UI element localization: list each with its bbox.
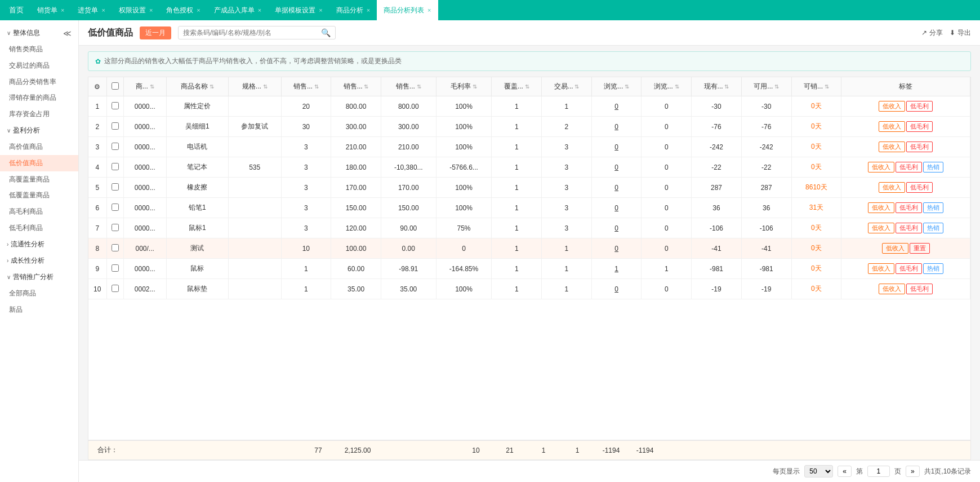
row-stock-now: -30 (692, 96, 742, 117)
nav-purchase[interactable]: 进货单× (71, 0, 112, 20)
col-header-sales-cost[interactable]: 销售... (381, 77, 436, 96)
per-page-select[interactable]: 50 20 100 (804, 465, 833, 477)
nav-production[interactable]: 产成品入库单× (207, 0, 268, 20)
sidebar-item-high-coverage[interactable]: 高覆盖量商品 (0, 171, 78, 188)
row-checkbox[interactable] (106, 259, 123, 279)
row-select-checkbox[interactable] (112, 143, 119, 150)
nav-product-analysis[interactable]: 商品分析× (329, 0, 377, 20)
row-days: 0天 (791, 96, 841, 117)
nav-home[interactable]: 首页 (2, 0, 30, 20)
row-select-checkbox[interactable] (112, 224, 119, 231)
row-checkbox[interactable] (106, 218, 123, 238)
select-all-checkbox[interactable] (112, 82, 119, 90)
row-checkbox[interactable] (106, 178, 123, 198)
sidebar-group-profit[interactable]: ∨ 盈利分析 (0, 122, 78, 139)
row-tags: 低收入低毛利 (841, 178, 970, 198)
col-header-name[interactable]: 商品名称 (166, 77, 228, 96)
browse1-link[interactable]: 0 (614, 143, 618, 151)
sidebar-item-sales-products[interactable]: 销售类商品 (0, 41, 78, 58)
sidebar-item-low-margin[interactable]: 低毛利商品 (0, 220, 78, 236)
row-days: 0天 (791, 137, 841, 157)
row-no: 3 (88, 137, 106, 157)
share-button[interactable]: ↗ 分享 (921, 28, 943, 38)
footer-stock-avail: -1194 (628, 446, 662, 454)
row-stock-avail: -76 (741, 117, 791, 137)
nav-roles[interactable]: 角色授权× (159, 0, 207, 20)
row-stock-avail: 36 (741, 198, 791, 218)
settings-icon[interactable]: ⚙ (94, 83, 100, 91)
col-header-trades[interactable]: 交易... (542, 77, 592, 96)
row-stock-now: -242 (692, 137, 742, 157)
row-select-checkbox[interactable] (112, 285, 119, 292)
sidebar-group-marketing[interactable]: ∨ 营销推广分析 (0, 269, 78, 285)
row-checkbox[interactable] (106, 117, 123, 137)
sidebar-group-growth[interactable]: › 成长性分析 (0, 253, 78, 269)
col-header-stock-now[interactable]: 现有... (692, 77, 742, 96)
row-checkbox[interactable] (106, 198, 123, 218)
nav-template[interactable]: 单据模板设置× (268, 0, 329, 20)
sidebar-item-new-products[interactable]: 新品 (0, 302, 78, 318)
row-trades: 3 (542, 218, 592, 238)
sidebar-item-low-coverage[interactable]: 低覆盖量商品 (0, 187, 78, 204)
row-checkbox[interactable] (106, 137, 123, 157)
col-header-browse1[interactable]: 浏览... (591, 77, 642, 96)
row-tags: 低收入重置 (841, 238, 970, 259)
row-tags: 低收入低毛利 (841, 117, 970, 137)
col-header-browse2[interactable]: 浏览... (642, 77, 692, 96)
sidebar-group-flow[interactable]: › 流通性分析 (0, 236, 78, 253)
filter-recent-month-button[interactable]: 近一月 (140, 26, 171, 39)
row-sales-price: 100.00 (331, 238, 381, 259)
row-select-checkbox[interactable] (112, 244, 119, 251)
browse1-link[interactable]: 0 (614, 163, 618, 171)
sidebar-item-category-sales[interactable]: 商品分类销售率 (0, 74, 78, 90)
search-input[interactable] (183, 29, 321, 37)
export-button[interactable]: ⬇ 导出 (950, 28, 971, 38)
sidebar-item-high-margin[interactable]: 高毛利商品 (0, 204, 78, 220)
sidebar-item-all-products[interactable]: 全部商品 (0, 285, 78, 302)
nav-permissions[interactable]: 权限设置× (112, 0, 159, 20)
row-checkbox[interactable] (106, 279, 123, 299)
table-row: 4 0000... 笔记本 535 3 180.00 -10,380... -5… (88, 157, 970, 178)
checkbox-all-header[interactable] (106, 77, 123, 96)
col-header-stock-sell[interactable]: 可销... (791, 77, 841, 96)
row-select-checkbox[interactable] (112, 122, 119, 130)
row-select-checkbox[interactable] (112, 183, 119, 191)
row-checkbox[interactable] (106, 238, 123, 259)
col-header-spec[interactable]: 规格... (228, 77, 281, 96)
row-checkbox[interactable] (106, 157, 123, 178)
row-checkbox[interactable] (106, 96, 123, 117)
row-select-checkbox[interactable] (112, 102, 119, 109)
next-page-button[interactable]: » (906, 466, 920, 477)
row-select-checkbox[interactable] (112, 204, 119, 211)
settings-column-header[interactable]: ⚙ (88, 77, 106, 96)
tag-label: 低收入 (868, 263, 894, 274)
sidebar-group-overall[interactable]: ∨ 整体信息 ≪ (0, 25, 78, 41)
row-trades: 1 (542, 238, 592, 259)
sidebar-item-slow-moving[interactable]: 滞销存量的商品 (0, 90, 78, 106)
row-select-checkbox[interactable] (112, 264, 119, 272)
col-header-gross-rate[interactable]: 毛利率 (436, 77, 492, 96)
sidebar-item-stock-fund[interactable]: 库存资金占用 (0, 106, 78, 122)
col-header-code[interactable]: 商... (123, 77, 166, 96)
nav-product-analysis-list[interactable]: 商品分析列表× (377, 0, 438, 20)
browse1-link[interactable]: 0 (614, 245, 618, 253)
browse1-link[interactable]: 1 (614, 265, 618, 273)
browse1-link[interactable]: 0 (614, 103, 618, 110)
browse1-link[interactable]: 0 (614, 184, 618, 192)
prev-page-button[interactable]: « (838, 466, 852, 477)
browse1-link[interactable]: 0 (614, 204, 618, 212)
col-header-sales-qty[interactable]: 销售... (281, 77, 331, 96)
search-icon[interactable]: 🔍 (321, 28, 331, 37)
browse1-link[interactable]: 0 (614, 285, 618, 293)
sidebar-item-traded-products[interactable]: 交易过的商品 (0, 58, 78, 74)
row-select-checkbox[interactable] (112, 163, 119, 170)
browse1-link[interactable]: 0 (614, 224, 618, 232)
col-header-coverage[interactable]: 覆盖... (492, 77, 542, 96)
browse1-link[interactable]: 0 (614, 123, 618, 131)
col-header-sales-price[interactable]: 销售... (331, 77, 381, 96)
page-number-input[interactable] (867, 466, 890, 477)
sidebar-item-high-value[interactable]: 高价值商品 (0, 139, 78, 155)
col-header-stock-avail[interactable]: 可用... (741, 77, 791, 96)
nav-sales[interactable]: 销货单× (30, 0, 71, 20)
sidebar-item-low-value[interactable]: 低价值商品 (0, 155, 78, 171)
